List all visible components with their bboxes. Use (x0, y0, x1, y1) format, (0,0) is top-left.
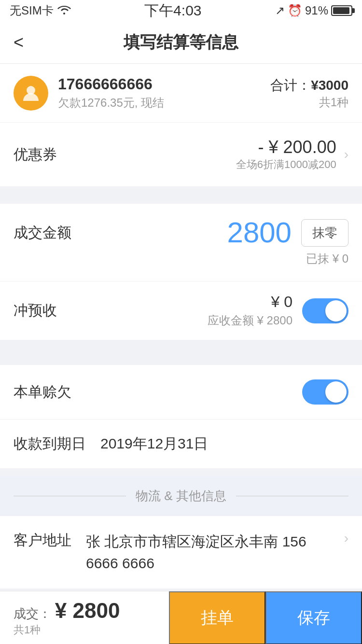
address-value: 张 北京市市辖区海淀区永丰南 156 6666 6666 (86, 531, 336, 574)
total-amount-text: ¥3000 (311, 78, 348, 93)
debt-section: 本单赊欠 (0, 365, 362, 419)
avatar (14, 76, 48, 111)
bottom-deal-row: 成交： ¥ 2800 (14, 599, 155, 623)
duedate-section: 收款到期日 2019年12月31日 (0, 419, 362, 468)
bottom-summary: 成交： ¥ 2800 共1种 (0, 599, 169, 637)
address-chevron-icon: › (344, 531, 348, 546)
location-icon: ↗ (275, 4, 285, 17)
duedate-label: 收款到期日 (14, 434, 86, 454)
content-area: 17666666666 欠款1276.35元, 现结 合计：¥3000 共1种 … (0, 64, 362, 644)
coupon-values: - ¥ 200.00 全场6折满1000减200 (236, 137, 336, 172)
coupon-amount: - ¥ 200.00 (236, 137, 336, 157)
duedate-value: 2019年12月31日 (100, 434, 208, 454)
prereceive-toggle[interactable] (302, 298, 348, 323)
logistics-section-label: 物流 & 其他信息 (136, 488, 226, 504)
battery-icon (331, 5, 352, 16)
debt-label: 本单赊欠 (14, 382, 71, 402)
bottom-count: 共1种 (14, 623, 155, 637)
debt-toggle[interactable] (302, 379, 348, 405)
deal-amount-label: 成交金额 (14, 223, 71, 243)
coupon-row[interactable]: 优惠券 - ¥ 200.00 全场6折满1000减200 › (0, 122, 362, 186)
coupon-right: - ¥ 200.00 全场6折满1000减200 › (236, 137, 348, 172)
debt-toggle-knob (325, 381, 347, 403)
page-title: 填写结算等信息 (124, 31, 238, 54)
section-divider-1 (0, 194, 362, 204)
status-time: 下午4:03 (144, 1, 201, 21)
deal-row: 成交金额 2800 抹零 (14, 218, 348, 247)
customer-right: 合计：¥3000 共1种 (270, 76, 348, 110)
deal-amount-card: 成交金额 2800 抹零 已抹 ¥ 0 冲预收 ¥ 0 应收金额 ¥ 2800 (0, 204, 362, 340)
total-label: 合计：¥3000 (270, 76, 348, 95)
deal-sub: 已抹 ¥ 0 (14, 251, 348, 266)
section-divider-2 (0, 348, 362, 357)
debt-card: 本单赊欠 收款到期日 2019年12月31日 (0, 365, 362, 468)
coupon-label: 优惠券 (14, 145, 57, 165)
bottom-amount: ¥ 2800 (55, 599, 120, 622)
address-section[interactable]: 客户地址 张 北京市市辖区海淀区永丰南 156 6666 6666 › (0, 516, 362, 588)
address-card: 客户地址 张 北京市市辖区海淀区永丰南 156 6666 6666 › (0, 516, 362, 588)
battery-percent: 91% (305, 4, 328, 17)
prereceive-amount: ¥ 0 (208, 293, 292, 311)
status-right: ↗ ⏰ 91% (275, 4, 352, 17)
total-label-text: 合计： (270, 78, 311, 93)
customer-left: 17666666666 欠款1276.35元, 现结 (14, 75, 164, 111)
wifi-icon (57, 4, 71, 17)
carrier-label: 无SIM卡 (10, 3, 54, 18)
logistics-line-right (236, 496, 348, 496)
status-bar: 无SIM卡 下午4:03 ↗ ⏰ 91% (0, 0, 362, 21)
customer-info: 17666666666 欠款1276.35元, 现结 (58, 75, 164, 111)
status-left: 无SIM卡 (10, 3, 71, 18)
customer-phone: 17666666666 (58, 75, 164, 93)
deal-right: 2800 抹零 (227, 218, 348, 247)
coupon-desc: 全场6折满1000减200 (236, 157, 336, 172)
customer-card: 17666666666 欠款1276.35元, 现结 合计：¥3000 共1种 … (0, 64, 362, 186)
save-button[interactable]: 保存 (265, 591, 362, 644)
total-count: 共1种 (270, 95, 348, 110)
prereceive-section: 冲预收 ¥ 0 应收金额 ¥ 2800 (0, 281, 362, 340)
chevron-right-icon: › (344, 147, 348, 162)
prereceive-label: 冲预收 (14, 301, 57, 321)
bottom-bar: 成交： ¥ 2800 共1种 挂单 保存 (0, 591, 362, 644)
prereceive-values: ¥ 0 应收金额 ¥ 2800 (208, 293, 292, 328)
customer-sub: 欠款1276.35元, 现结 (58, 95, 164, 111)
back-button[interactable]: < (14, 32, 24, 53)
logistics-line-left (14, 496, 126, 496)
pending-button[interactable]: 挂单 (169, 591, 265, 644)
deal-amount-section: 成交金额 2800 抹零 已抹 ¥ 0 (0, 204, 362, 281)
bottom-deal-label: 成交： (14, 606, 51, 621)
alarm-icon: ⏰ (288, 4, 302, 17)
logistics-header: 物流 & 其他信息 (0, 476, 362, 516)
nav-bar: < 填写结算等信息 (0, 21, 362, 64)
prereceive-sub: 应收金额 ¥ 2800 (208, 313, 292, 328)
customer-row: 17666666666 欠款1276.35元, 现结 合计：¥3000 共1种 (0, 64, 362, 122)
round-zero-button[interactable]: 抹零 (301, 219, 348, 247)
deal-amount-value: 2800 (227, 218, 292, 247)
toggle-knob (325, 300, 347, 322)
prereceive-right: ¥ 0 应收金额 ¥ 2800 (208, 293, 348, 328)
address-label: 客户地址 (14, 531, 71, 550)
